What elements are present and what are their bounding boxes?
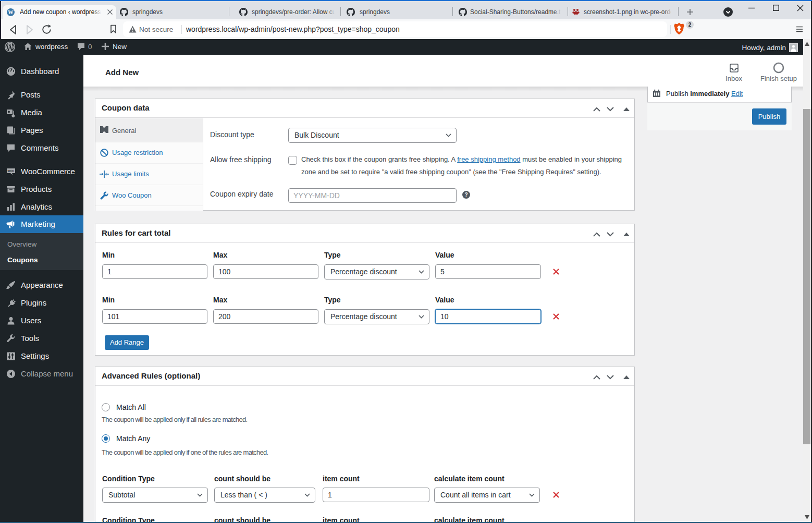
svg-text:WOO: WOO	[8, 170, 14, 173]
svg-text:W: W	[8, 9, 14, 15]
